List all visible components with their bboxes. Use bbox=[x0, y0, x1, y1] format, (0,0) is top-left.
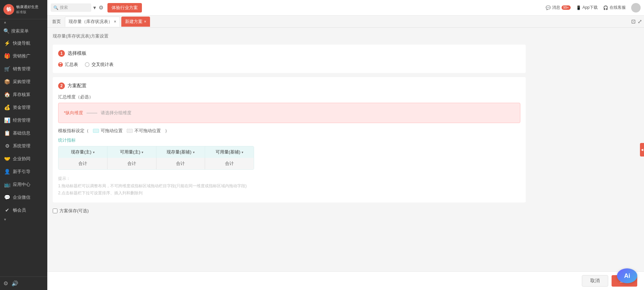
app-center-icon: 📺 bbox=[4, 182, 10, 188]
legend-draggable: 可拖动位置 bbox=[93, 128, 123, 134]
topbar-dropdown-button[interactable]: ▾ bbox=[93, 4, 96, 11]
trial-button[interactable]: 体验行业方案 bbox=[107, 3, 142, 13]
dimension-placeholder: 请选择分组维度 bbox=[101, 110, 131, 116]
ai-badge[interactable]: Ai bbox=[617, 268, 637, 283]
sidebar-item-label: 营销推广 bbox=[13, 53, 30, 59]
stats-col-2-label: 现存量(基辅) bbox=[167, 149, 192, 155]
tab-new-scheme-close[interactable]: × bbox=[144, 19, 146, 24]
stats-col-2-chevron: ▾ bbox=[193, 150, 195, 154]
finance-icon: 💰 bbox=[4, 104, 10, 111]
step1-header: 1 选择模板 bbox=[58, 50, 520, 57]
search-icon-small: 🔍 bbox=[53, 5, 58, 10]
sidebar-item-inventory[interactable]: 🏠 库存核算 bbox=[0, 88, 47, 101]
stats-col-0[interactable]: 现存量(主) ▾ bbox=[58, 146, 107, 158]
step2-header: 2 方案配置 bbox=[58, 82, 520, 89]
cancel-button[interactable]: 取消 bbox=[582, 275, 608, 287]
sidebar-item-wechat[interactable]: 💬 企业微信 bbox=[0, 191, 47, 204]
save-checkbox-area: 方案保存(可选) bbox=[53, 208, 526, 214]
wechat-icon: 💬 bbox=[4, 194, 10, 200]
sidebar-item-label: 库存核算 bbox=[13, 92, 30, 98]
sidebar-item-app-center[interactable]: 📺 应用中心 bbox=[0, 178, 47, 191]
template-setting: 模板指标设定（ 可拖动位置 不可拖动位置 ） bbox=[58, 128, 520, 134]
app-download-label: App下载 bbox=[583, 5, 598, 10]
sidebar-item-marketing[interactable]: 🎁 营销推广 bbox=[0, 50, 47, 63]
tab-home[interactable]: 首页 bbox=[49, 17, 64, 27]
scroll-down-arrow[interactable]: ▼ bbox=[3, 218, 7, 221]
dimension-area[interactable]: *纵向维度 —— 请选择分组维度 bbox=[58, 103, 520, 123]
tab-collapse-button[interactable]: ⊡ bbox=[631, 18, 636, 25]
sidebar-item-enterprise[interactable]: 🤝 企业协同 bbox=[0, 152, 47, 165]
inventory-icon: 🏠 bbox=[4, 92, 10, 98]
step1-section: 1 选择模板 汇总表 交叉统计表 bbox=[53, 45, 526, 73]
headphone-icon: 🎧 bbox=[603, 5, 608, 10]
tips-area: 提示： 1.拖动标题栏可以调整布局，不可跨维度或指标区域拖动栏目字段(只能在同一… bbox=[58, 175, 520, 197]
radio-summary[interactable]: 汇总表 bbox=[58, 62, 78, 68]
radio-cross-circle bbox=[85, 62, 90, 67]
non-draggable-color-swatch bbox=[127, 129, 133, 133]
tips-title: 提示： bbox=[58, 176, 70, 181]
collapse-panel-button[interactable]: ◀ bbox=[640, 143, 644, 156]
topbar-settings-icon[interactable]: ⚙ bbox=[99, 4, 103, 11]
tab-new-scheme-label: 新建方案 bbox=[125, 19, 143, 25]
tab-inventory-close[interactable]: × bbox=[114, 19, 116, 24]
sidebar-item-vip[interactable]: ✔ 畅会员 bbox=[0, 204, 47, 217]
non-draggable-label: 不可拖动位置 bbox=[134, 128, 161, 134]
sidebar-item-label: 畅会员 bbox=[13, 207, 26, 213]
enterprise-icon: 🤝 bbox=[4, 156, 10, 162]
dimension-label: 汇总维度（必选） bbox=[58, 94, 520, 100]
tip-1: 1.拖动标题栏可以调整布局，不可跨维度或指标区域拖动栏目字段(只能在同一维度或指… bbox=[58, 183, 520, 190]
app-download-button[interactable]: 📱 App下载 bbox=[576, 5, 598, 10]
step2-title: 方案配置 bbox=[68, 83, 86, 89]
sidebar-item-search-menu[interactable]: 🔍 搜索菜单 bbox=[0, 25, 47, 37]
radio-cross[interactable]: 交叉统计表 bbox=[85, 62, 114, 68]
app-edition: 标准版 bbox=[16, 10, 39, 15]
sidebar-item-finance[interactable]: 💰 资金管理 bbox=[0, 101, 47, 114]
dimension-required: *纵向维度 bbox=[64, 110, 83, 116]
sidebar-item-label: 快捷导航 bbox=[13, 40, 30, 46]
topbar-search-box[interactable]: 🔍 搜索 bbox=[51, 3, 91, 12]
template-radio-group: 汇总表 交叉统计表 bbox=[58, 62, 520, 68]
save-checkbox[interactable] bbox=[53, 209, 57, 213]
tab-inventory[interactable]: 现存量（库存状况表） × bbox=[65, 17, 120, 27]
online-service-button[interactable]: 🎧 在线客服 bbox=[603, 5, 626, 10]
template-setting-label: 模板指标设定（ bbox=[58, 128, 89, 134]
search-placeholder: 搜索 bbox=[60, 5, 68, 10]
tab-expand-button[interactable]: ⤢ bbox=[638, 18, 642, 25]
sidebar-item-sales-mgmt[interactable]: 🛒 销售管理 bbox=[0, 63, 47, 75]
sound-icon[interactable]: 🔊 bbox=[11, 280, 18, 287]
sidebar-bottom: ⚙ 🔊 bbox=[0, 276, 47, 290]
stats-col-3-chevron: ▾ bbox=[242, 150, 243, 154]
sidebar-item-label: 采购管理 bbox=[13, 79, 30, 85]
sidebar: 畅 畅康通好生意 标准版 ▲ 🔍 搜索菜单 ⚡ 快捷导航 🎁 营销推广 🛒 销售… bbox=[0, 0, 47, 290]
sidebar-item-system-mgmt[interactable]: ⚙ 系统管理 bbox=[0, 140, 47, 152]
user-avatar[interactable] bbox=[631, 3, 641, 13]
sidebar-item-operations[interactable]: 📊 经营管理 bbox=[0, 114, 47, 127]
sidebar-item-basic-info[interactable]: 📋 基础信息 bbox=[0, 127, 47, 140]
sidebar-item-quick-nav[interactable]: ⚡ 快捷导航 bbox=[0, 37, 47, 50]
stats-col-3[interactable]: 可用量(基辅) ▾ bbox=[205, 146, 254, 158]
vip-icon: ✔ bbox=[4, 207, 10, 213]
tab-new-scheme[interactable]: 新建方案 × bbox=[121, 17, 150, 27]
sidebar-item-newbie[interactable]: 👤 新手引导 bbox=[0, 165, 47, 178]
quick-nav-icon: ⚡ bbox=[4, 40, 10, 46]
tip-2: 2.点击标题栏下拉可设置排序、插入列和删除列 bbox=[58, 190, 520, 197]
radio-summary-circle bbox=[58, 62, 63, 67]
draggable-color-swatch bbox=[93, 129, 99, 133]
app-logo-icon: 畅 bbox=[3, 4, 14, 15]
newbie-icon: 👤 bbox=[4, 169, 10, 175]
stats-col-1-label: 可用量(主) bbox=[120, 149, 141, 155]
sidebar-item-purchase-mgmt[interactable]: 📦 采购管理 bbox=[0, 75, 47, 88]
stats-col-1[interactable]: 可用量(主) ▾ bbox=[107, 146, 156, 158]
legend-non-draggable: 不可拖动位置 bbox=[127, 128, 161, 134]
operations-icon: 📊 bbox=[4, 117, 10, 123]
phone-icon: 📱 bbox=[576, 5, 581, 10]
scroll-up-arrow[interactable]: ▲ bbox=[3, 21, 7, 24]
stats-cell-0: 合计 bbox=[58, 158, 107, 169]
sidebar-item-label: 应用中心 bbox=[13, 182, 30, 188]
purchase-icon: 📦 bbox=[4, 79, 10, 85]
online-service-label: 在线客服 bbox=[610, 5, 626, 10]
marketing-icon: 🎁 bbox=[4, 53, 10, 59]
message-button[interactable]: 💬 消息 99+ bbox=[546, 5, 571, 10]
settings-icon[interactable]: ⚙ bbox=[3, 280, 8, 287]
stats-col-2[interactable]: 现存量(基辅) ▾ bbox=[156, 146, 205, 158]
